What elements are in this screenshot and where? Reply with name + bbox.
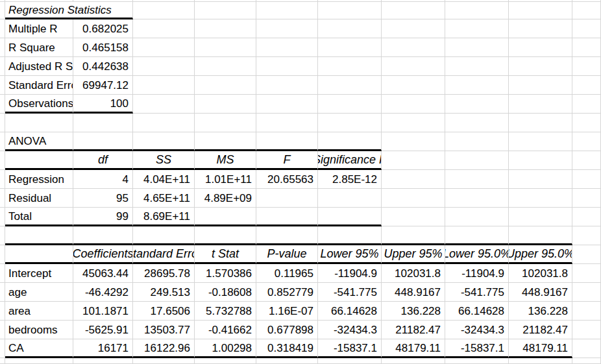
cell-empty[interactable] [572, 189, 601, 208]
cell-empty[interactable] [195, 95, 256, 114]
cell-empty[interactable] [133, 76, 195, 95]
cell-empty[interactable] [195, 358, 256, 364]
cell-intercept-p-value[interactable]: 0.11965 [256, 264, 318, 283]
cell-empty[interactable] [73, 114, 133, 132]
cell-age-lower-95-0[interactable]: -541.775 [445, 283, 509, 302]
cell-empty[interactable] [195, 57, 256, 76]
cell-empty[interactable] [382, 189, 445, 208]
cell-empty[interactable] [509, 358, 572, 364]
cell-intercept-lower-95[interactable]: -11904.9 [318, 264, 382, 283]
cell-empty[interactable] [572, 95, 601, 114]
cell-bedrooms-upper-95-0[interactable]: 21182.47 [509, 321, 572, 339]
cell-empty[interactable] [509, 57, 572, 76]
cell-empty[interactable] [509, 76, 572, 95]
cell-empty[interactable] [133, 38, 195, 57]
cell-empty[interactable] [256, 358, 318, 364]
cell-bedrooms-lower-95-0[interactable]: -32434.3 [445, 321, 509, 339]
cell-empty[interactable] [572, 245, 601, 264]
cell-empty[interactable] [195, 19, 256, 38]
cell-area-upper-95-0[interactable]: 136.228 [509, 302, 572, 321]
cell-empty[interactable] [382, 114, 445, 132]
cell-empty[interactable] [445, 132, 509, 151]
cell-label-multiple-r[interactable]: Multiple R [5, 19, 73, 38]
cell-empty[interactable] [5, 114, 73, 132]
cell-empty[interactable] [256, 95, 318, 114]
cell-empty[interactable] [195, 114, 256, 132]
cell-coef-header-t-stat[interactable]: t Stat [195, 245, 256, 264]
cell-intercept-upper-95[interactable]: 102031.8 [382, 264, 445, 283]
cell-empty[interactable] [572, 321, 601, 339]
cell-age-upper-95-0[interactable]: 448.9167 [509, 283, 572, 302]
cell-empty[interactable] [445, 76, 509, 95]
cell-empty[interactable] [256, 114, 318, 132]
cell-empty[interactable] [0, 132, 5, 151]
cell-empty[interactable] [445, 114, 509, 132]
cell-empty[interactable] [509, 189, 572, 208]
cell-ca-lower-95-0[interactable]: -15837.1 [445, 339, 509, 358]
cell-ca-label[interactable]: CA [5, 339, 73, 358]
cell-bedrooms-std-error[interactable]: 13503.77 [133, 321, 195, 339]
cell-empty[interactable] [382, 19, 445, 38]
cell-empty[interactable] [445, 19, 509, 38]
cell-empty[interactable] [382, 226, 445, 245]
cell-empty[interactable] [445, 151, 509, 170]
cell-empty[interactable] [445, 38, 509, 57]
cell-bedrooms-p-value[interactable]: 0.677898 [256, 321, 318, 339]
cell-anova-header-ms[interactable]: MS [195, 151, 256, 170]
cell-empty[interactable] [572, 283, 601, 302]
cell-bedrooms-coefficient[interactable]: -5625.91 [73, 321, 133, 339]
cell-bedrooms-lower-95[interactable]: -32434.3 [318, 321, 382, 339]
cell-empty[interactable] [256, 19, 318, 38]
cell-empty[interactable] [509, 19, 572, 38]
cell-empty[interactable] [0, 57, 5, 76]
cell-empty[interactable] [0, 339, 5, 358]
cell-empty[interactable] [509, 114, 572, 132]
cell-coef-header-p-value[interactable]: P-value [256, 245, 318, 264]
cell-empty[interactable] [382, 132, 445, 151]
cell-empty[interactable] [382, 2, 445, 19]
cell-ca-upper-95[interactable]: 48179.11 [382, 339, 445, 358]
cell-label-adjusted-r-square[interactable]: Adjusted R Square [5, 57, 73, 76]
cell-intercept-lower-95-0[interactable]: -11904.9 [445, 264, 509, 283]
cell-label-anova[interactable]: ANOVA [5, 132, 73, 151]
cell-value-r-square[interactable]: 0.465158 [73, 38, 133, 57]
cell-anova-regression-label[interactable]: Regression [5, 170, 73, 189]
cell-anova-total-label[interactable]: Total [5, 208, 73, 226]
cell-empty[interactable] [256, 76, 318, 95]
cell-anova-residual-ms[interactable]: 4.89E+09 [195, 189, 256, 208]
cell-ca-std-error[interactable]: 16122.96 [133, 339, 195, 358]
cell-coef-header-lower-95-0[interactable]: Lower 95.0% [445, 245, 509, 264]
cell-empty[interactable] [318, 189, 382, 208]
cell-empty[interactable] [133, 2, 195, 19]
cell-anova-total-ss[interactable]: 8.69E+11 [133, 208, 195, 226]
cell-anova-regression-df[interactable]: 4 [73, 170, 133, 189]
cell-empty[interactable] [572, 132, 601, 151]
cell-empty[interactable] [445, 208, 509, 226]
cell-empty[interactable] [445, 358, 509, 364]
cell-empty[interactable] [572, 339, 601, 358]
cell-empty[interactable] [195, 2, 256, 19]
cell-empty[interactable] [256, 208, 318, 226]
cell-empty[interactable] [195, 132, 256, 151]
cell-empty[interactable] [133, 114, 195, 132]
cell-area-coefficient[interactable]: 101.1871 [73, 302, 133, 321]
cell-empty[interactable] [0, 264, 5, 283]
cell-empty[interactable] [509, 38, 572, 57]
cell-empty[interactable] [382, 208, 445, 226]
cell-anova-residual-ss[interactable]: 4.65E+11 [133, 189, 195, 208]
cell-age-coefficient[interactable]: -46.4292 [73, 283, 133, 302]
cell-empty[interactable] [318, 132, 382, 151]
cell-empty[interactable] [256, 57, 318, 76]
cell-empty[interactable] [445, 189, 509, 208]
cell-age-label[interactable]: age [5, 283, 73, 302]
cell-area-label[interactable]: area [5, 302, 73, 321]
cell-empty[interactable] [572, 302, 601, 321]
cell-bedrooms-t-stat[interactable]: -0.41662 [195, 321, 256, 339]
cell-empty[interactable] [195, 38, 256, 57]
cell-empty[interactable] [0, 302, 5, 321]
cell-ca-lower-95[interactable]: -15837.1 [318, 339, 382, 358]
cell-empty[interactable] [318, 226, 382, 245]
cell-empty[interactable] [133, 57, 195, 76]
cell-empty[interactable] [572, 226, 601, 245]
cell-empty[interactable] [0, 38, 5, 57]
